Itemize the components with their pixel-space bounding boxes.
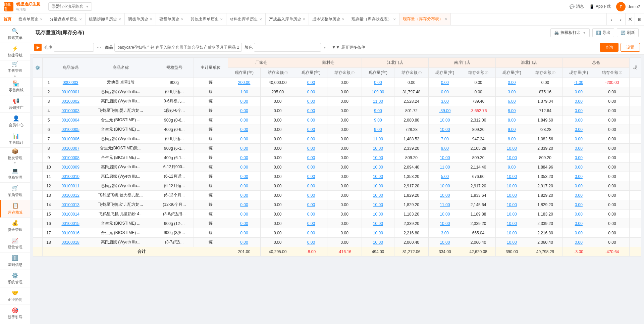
sidebar-item-apps[interactable]: 🔲 应用中心: [0, 322, 30, 324]
set-btn[interactable]: 设置: [621, 43, 640, 52]
td-yb-qty[interactable]: 10.00: [495, 191, 528, 200]
td-total-qty[interactable]: 0.00: [562, 163, 595, 172]
td-fac-qty[interactable]: 200.00: [228, 78, 261, 87]
td-code[interactable]: 00100004: [55, 115, 86, 125]
td-code[interactable]: 00100007: [55, 144, 86, 153]
td-mc-qty[interactable]: 0.00: [295, 228, 327, 238]
td-mc-qty[interactable]: 0.00: [295, 78, 327, 87]
td-yb-qty[interactable]: 9.00: [495, 163, 528, 172]
td-mc-qty[interactable]: 0.00: [295, 115, 327, 125]
td-jb-qty[interactable]: 9.00: [362, 125, 394, 134]
tab-transfer[interactable]: 调拨单历史 ✕: [125, 13, 156, 26]
td-total-qty[interactable]: 0.00: [562, 97, 595, 106]
user-menu[interactable]: E demo2: [616, 2, 640, 11]
export-btn[interactable]: ⬆️ 导出: [592, 28, 614, 37]
td-yb-qty[interactable]: 10.00: [495, 238, 528, 247]
td-na-qty[interactable]: 7.00: [429, 134, 461, 144]
td-jb-qty[interactable]: 9.00: [362, 106, 394, 115]
color-input[interactable]: [254, 43, 321, 52]
tab-stock-status[interactable]: 现存量（库存状况表） ✕: [348, 13, 399, 26]
refresh-btn[interactable]: 🔄 刷新: [617, 28, 639, 37]
td-jb-qty[interactable]: 11.00: [362, 97, 394, 106]
td-total-qty[interactable]: 0.00: [562, 172, 595, 181]
nav-close-all[interactable]: ✕: [625, 13, 635, 26]
td-yb-qty[interactable]: 10.00: [495, 144, 528, 153]
td-yb-qty[interactable]: 6.00: [495, 97, 528, 106]
td-na-qty[interactable]: 10.00: [429, 153, 461, 163]
messages-btn[interactable]: 💬 消息: [570, 4, 584, 9]
td-fac-qty[interactable]: 0.00: [228, 153, 261, 163]
org-selector[interactable]: 母婴行业演示陈套 ▼: [48, 2, 92, 11]
td-mc-qty[interactable]: 0.00: [295, 238, 327, 247]
td-code[interactable]: 00100005: [55, 125, 86, 134]
td-fac-qty[interactable]: 0.00: [228, 210, 261, 219]
td-na-qty[interactable]: 3.00: [429, 97, 461, 106]
sidebar-item-finance[interactable]: 💰 资金管理: [0, 218, 30, 235]
td-mc-qty[interactable]: 0.00: [295, 163, 327, 172]
td-mc-qty[interactable]: 0.00: [295, 97, 327, 106]
td-jb-qty[interactable]: 10.00: [362, 163, 394, 172]
td-jb-qty[interactable]: 10.00: [362, 181, 394, 191]
td-jb-qty[interactable]: 10.00: [362, 219, 394, 228]
td-jb-qty[interactable]: 10.00: [362, 172, 394, 181]
td-total-qty[interactable]: 0.00: [562, 106, 595, 115]
td-code[interactable]: 0000003: [55, 78, 86, 87]
sidebar-item-operations[interactable]: 📈 经营管理: [0, 235, 30, 252]
td-fac-qty[interactable]: 0.00: [228, 200, 261, 210]
td-jb-qty[interactable]: 10.00: [362, 228, 394, 238]
tab-assembly[interactable]: 组装拆卸单历史 ✕: [86, 13, 125, 26]
td-mc-qty[interactable]: 0.00: [295, 134, 327, 144]
td-mc-qty[interactable]: 0.00: [295, 106, 327, 115]
td-jb-qty[interactable]: 10.00: [362, 210, 394, 219]
td-fac-qty[interactable]: 0.00: [228, 97, 261, 106]
td-na-qty[interactable]: 3.00: [429, 228, 461, 238]
td-yb-qty[interactable]: 8.00: [495, 115, 528, 125]
td-code[interactable]: 00100012: [55, 191, 86, 200]
sidebar-item-guide[interactable]: 🎯 新手引导: [0, 305, 30, 322]
app-download-btn[interactable]: 📱 App下载: [589, 4, 611, 9]
td-na-qty[interactable]: 10.00: [429, 115, 461, 125]
td-yb-qty[interactable]: 9.00: [495, 125, 528, 134]
td-na-qty[interactable]: 10.00: [429, 125, 461, 134]
sidebar-item-search[interactable]: 🔍 搜索英单: [0, 26, 30, 43]
sidebar-item-marketing[interactable]: 📢 营销推广: [0, 95, 30, 113]
td-fac-qty[interactable]: 0.00: [228, 228, 261, 238]
td-mc-qty[interactable]: 0.00: [295, 144, 327, 153]
td-na-qty[interactable]: 10.00: [429, 181, 461, 191]
nav-next[interactable]: ›: [616, 13, 625, 26]
td-total-qty[interactable]: 0.00: [562, 219, 595, 228]
td-jb-qty[interactable]: 10.00: [362, 144, 394, 153]
td-mc-qty[interactable]: 0.00: [295, 153, 327, 163]
sidebar-item-mall[interactable]: 🏪 零售商城: [0, 78, 30, 95]
tab-inventory[interactable]: 盘点单历史 ✕: [15, 13, 46, 26]
td-jb-qty[interactable]: 10.00: [362, 153, 394, 163]
td-na-qty[interactable]: 10.00: [429, 238, 461, 247]
td-fac-qty[interactable]: 0.00: [228, 238, 261, 247]
td-yb-qty[interactable]: 10.00: [495, 228, 528, 238]
td-fac-qty[interactable]: 0.00: [228, 125, 261, 134]
td-total-qty[interactable]: 0.00: [562, 153, 595, 163]
td-code[interactable]: 00100010: [55, 172, 86, 181]
td-total-qty[interactable]: 0.00: [562, 134, 595, 144]
td-jb-qty[interactable]: 0.00: [362, 78, 394, 87]
td-mc-qty[interactable]: 0.00: [295, 191, 327, 200]
td-code[interactable]: 00100011: [55, 181, 86, 191]
td-jb-qty[interactable]: 10.00: [362, 200, 394, 210]
td-fac-qty[interactable]: 0.00: [228, 163, 261, 172]
warehouse-more-btn[interactable]: ···: [95, 44, 102, 50]
td-yb-qty[interactable]: 10.00: [495, 172, 528, 181]
tab-stock-dist[interactable]: 现存量（库存分布表） ✕: [399, 13, 451, 26]
td-code[interactable]: 00100008: [55, 153, 86, 163]
td-total-qty[interactable]: 0.00: [562, 144, 595, 153]
td-yb-qty[interactable]: 10.00: [495, 210, 528, 219]
td-yb-qty[interactable]: 3.00: [495, 87, 528, 97]
filter-expand-btn[interactable]: ▶: [34, 44, 42, 51]
td-fac-qty[interactable]: 1.00: [228, 87, 261, 97]
td-yb-qty[interactable]: 0.00: [495, 78, 528, 87]
td-mc-qty[interactable]: 0.00: [295, 87, 327, 97]
td-mc-qty[interactable]: 0.00: [295, 200, 327, 210]
td-na-qty[interactable]: 0.00: [429, 87, 461, 97]
td-code[interactable]: 00100013: [55, 200, 86, 210]
td-mc-qty[interactable]: 0.00: [295, 219, 327, 228]
sidebar-item-retail-stats[interactable]: 📊 零售统计: [0, 130, 30, 148]
